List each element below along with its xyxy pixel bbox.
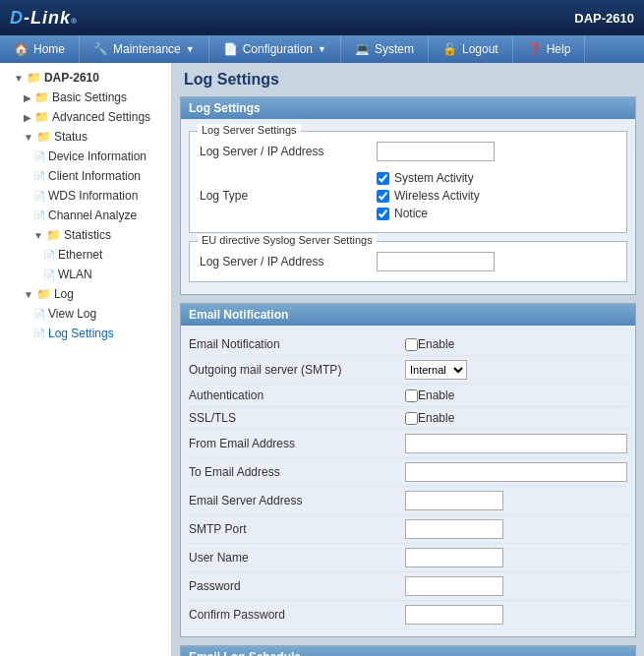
- auth-label: Authentication: [189, 388, 405, 402]
- help-icon: ❓: [527, 42, 542, 56]
- ssl-enable-label: Enable: [418, 411, 454, 425]
- auth-enable-label: Enable: [418, 388, 454, 402]
- sidebar-item-client[interactable]: 📄 Client Information: [0, 166, 171, 186]
- wireless-activity-row: Wireless Activity: [377, 187, 480, 205]
- folder-advanced-icon: 📁: [34, 110, 49, 124]
- logo: D-Link®: [10, 8, 78, 29]
- email-notification-body: Email Notification Enable Outgoing mail …: [181, 326, 635, 636]
- model-number: DAP-2610: [574, 11, 634, 26]
- email-enable-checkbox[interactable]: [405, 338, 418, 351]
- eu-legend: EU directive Syslog Server Settings: [198, 234, 377, 246]
- configuration-icon: 📄: [223, 42, 238, 56]
- main-layout: ▼ 📁 DAP-2610 ▶ 📁 Basic Settings ▶ 📁 Adva…: [0, 63, 644, 656]
- sidebar-item-basic[interactable]: ▶ 📁 Basic Settings: [0, 88, 171, 107]
- sidebar-item-wlan[interactable]: 📄 WLAN: [0, 265, 171, 284]
- folder-status-icon: 📁: [36, 130, 51, 144]
- wireless-activity-checkbox[interactable]: [377, 190, 389, 203]
- to-email-label: To Email Address: [189, 465, 405, 479]
- notice-label: Notice: [394, 207, 428, 220]
- eu-server-input[interactable]: [377, 252, 495, 271]
- confirm-password-label: Confirm Password: [189, 608, 405, 622]
- sidebar-item-status[interactable]: ▼ 📁 Status: [0, 127, 171, 147]
- email-server-label: Email Server Address: [189, 494, 405, 507]
- sidebar-item-wds[interactable]: 📄 WDS Information: [0, 186, 171, 206]
- page-title: Log Settings: [180, 71, 636, 89]
- from-email-label: From Email Address: [189, 437, 405, 450]
- sidebar-item-log[interactable]: ▼ 📁 Log: [0, 284, 171, 304]
- nav-logout-label: Logout: [462, 42, 498, 56]
- username-input[interactable]: [405, 548, 503, 567]
- system-activity-row: System Activity: [377, 169, 480, 187]
- log-server-input[interactable]: [377, 142, 495, 161]
- notice-checkbox[interactable]: [377, 208, 389, 220]
- nav-home-label: Home: [33, 42, 65, 56]
- email-notification-section: Email Notification Email Notification En…: [180, 303, 636, 637]
- log-type-row: Log Type System Activity Wireless Activi…: [200, 165, 616, 226]
- to-email-row: To Email Address: [189, 458, 627, 487]
- email-enable-label: Enable: [418, 337, 454, 351]
- sidebar-item-device[interactable]: 📄 Device Information: [0, 147, 171, 166]
- nav-help[interactable]: ❓ Help: [513, 35, 586, 63]
- from-email-row: From Email Address: [189, 430, 627, 458]
- wireless-activity-label: Wireless Activity: [394, 189, 480, 203]
- confirm-password-input[interactable]: [405, 605, 503, 625]
- notice-row: Notice: [377, 205, 480, 222]
- page-ethernet-icon: 📄: [43, 250, 55, 261]
- page-channel-icon: 📄: [33, 210, 45, 221]
- maintenance-chevron-icon: ▼: [186, 44, 195, 54]
- nav-system[interactable]: 💻 System: [341, 35, 429, 63]
- ssl-label: SSL/TLS: [189, 411, 405, 425]
- header: D-Link® DAP-2610: [0, 0, 644, 35]
- folder-stats-icon: 📁: [46, 228, 61, 242]
- nav-logout[interactable]: 🔓 Logout: [429, 35, 513, 63]
- email-log-schedule-section: Email Log Schedule Schedule 0 hours or w…: [180, 645, 636, 656]
- page-device-icon: 📄: [33, 151, 45, 162]
- auth-checkbox[interactable]: [405, 389, 418, 402]
- eu-fieldgroup: EU directive Syslog Server Settings Log …: [189, 241, 627, 282]
- email-notification-header: Email Notification: [181, 304, 635, 326]
- nav-home[interactable]: 🏠 Home: [0, 35, 80, 63]
- system-activity-label: System Activity: [394, 171, 474, 185]
- sidebar-item-root[interactable]: ▼ 📁 DAP-2610: [0, 68, 171, 88]
- eu-server-label: Log Server / IP Address: [200, 255, 377, 268]
- expand-icon: ▼: [14, 73, 24, 84]
- sidebar-item-viewlog[interactable]: 📄 View Log: [0, 304, 171, 324]
- email-notification-label: Email Notification: [189, 337, 405, 351]
- log-server-label: Log Server / IP Address: [200, 145, 377, 158]
- nav-bar: 🏠 Home 🔧 Maintenance ▼ 📄 Configuration ▼…: [0, 35, 644, 63]
- sidebar-item-statistics[interactable]: ▼ 📁 Statistics: [0, 225, 171, 245]
- nav-maintenance-label: Maintenance: [113, 42, 181, 56]
- outgoing-mail-select[interactable]: Internal External: [405, 360, 467, 380]
- expand-advanced-icon: ▶: [24, 112, 31, 123]
- password-label: Password: [189, 579, 405, 593]
- ssl-checkbox[interactable]: [405, 412, 418, 425]
- sidebar-item-channel[interactable]: 📄 Channel Analyze: [0, 206, 171, 225]
- nav-system-label: System: [375, 42, 414, 56]
- to-email-input[interactable]: [405, 462, 627, 482]
- nav-configuration-label: Configuration: [243, 42, 313, 56]
- system-activity-checkbox[interactable]: [377, 172, 389, 185]
- sidebar-item-ethernet[interactable]: 📄 Ethernet: [0, 245, 171, 265]
- email-server-input[interactable]: [405, 491, 503, 510]
- nav-help-label: Help: [547, 42, 571, 56]
- folder-basic-icon: 📁: [34, 90, 49, 104]
- log-type-options: System Activity Wireless Activity Notice: [377, 169, 480, 222]
- email-server-row: Email Server Address: [189, 487, 627, 515]
- page-logsettings-icon: 📄: [33, 328, 45, 339]
- eu-server-row: Log Server / IP Address: [200, 248, 616, 275]
- sidebar-item-advanced[interactable]: ▶ 📁 Advanced Settings: [0, 107, 171, 127]
- nav-configuration[interactable]: 📄 Configuration ▼: [209, 35, 341, 63]
- folder-log-icon: 📁: [36, 287, 51, 301]
- from-email-input[interactable]: [405, 434, 627, 453]
- sidebar-item-logsettings[interactable]: 📄 Log Settings: [0, 324, 171, 343]
- password-input[interactable]: [405, 576, 503, 596]
- log-settings-section: Log Settings Log Server Settings Log Ser…: [180, 96, 636, 295]
- sidebar: ▼ 📁 DAP-2610 ▶ 📁 Basic Settings ▶ 📁 Adva…: [0, 63, 172, 656]
- expand-stats-icon: ▼: [33, 230, 43, 241]
- expand-basic-icon: ▶: [24, 92, 31, 103]
- nav-maintenance[interactable]: 🔧 Maintenance ▼: [80, 35, 209, 63]
- smtp-port-input[interactable]: [405, 519, 503, 539]
- username-label: User Name: [189, 551, 405, 565]
- page-wlan-icon: 📄: [43, 269, 55, 280]
- maintenance-icon: 🔧: [93, 42, 108, 56]
